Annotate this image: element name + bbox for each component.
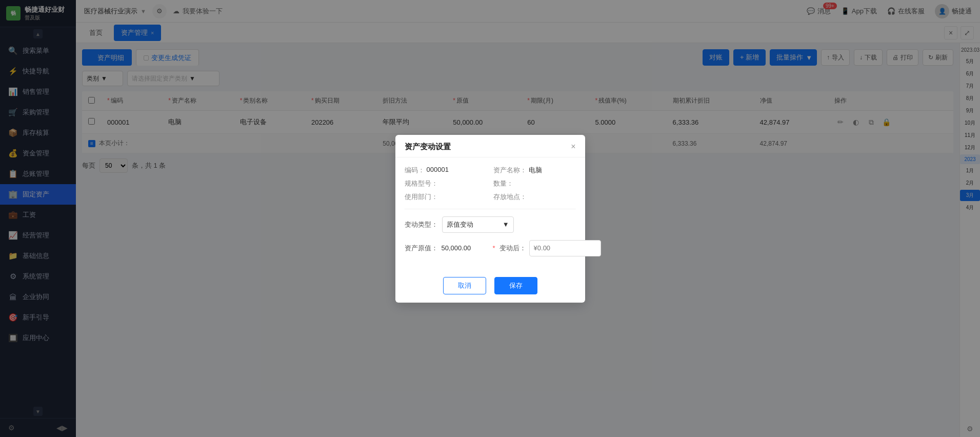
asset-name-label: 资产名称： [493, 166, 527, 175]
asset-change-modal: 资产变动设置 × 编码： 000001 资产名称： 电脑 规格型号： 数 [395, 135, 585, 303]
cancel-button[interactable]: 取消 [443, 277, 486, 294]
asset-name-value: 电脑 [529, 166, 542, 175]
modal-body: 编码： 000001 资产名称： 电脑 规格型号： 数量： 使用部门： [395, 157, 585, 272]
modal-info-dept: 使用部门： [405, 192, 487, 202]
location-label: 存放地点： [493, 192, 527, 202]
change-type-select[interactable]: 原值变动 ▼ [442, 216, 514, 233]
asset-value: 50,000.00 [442, 244, 483, 252]
required-star: * [493, 244, 495, 252]
dept-label: 使用部门： [405, 192, 438, 202]
change-type-chevron-icon: ▼ [503, 221, 509, 228]
modal-close-icon[interactable]: × [571, 142, 575, 151]
modal-title: 资产变动设置 [405, 142, 451, 152]
qty-label: 数量： [493, 179, 513, 188]
modal-info-spec: 规格型号： [405, 179, 487, 188]
change-type-row: 变动类型： 原值变动 ▼ [405, 216, 576, 233]
modal-footer: 取消 保存 [395, 272, 585, 303]
modal-header: 资产变动设置 × [395, 135, 585, 157]
change-type-label: 变动类型： [405, 220, 438, 229]
modal-info-location: 存放地点： [493, 192, 576, 202]
spec-label: 规格型号： [405, 179, 438, 188]
save-button[interactable]: 保存 [494, 277, 537, 294]
modal-info-qty: 数量： [493, 179, 576, 188]
asset-value-row: 资产原值： 50,000.00 * 变动后： [405, 240, 576, 256]
modal-overlay: 资产变动设置 × 编码： 000001 资产名称： 电脑 规格型号： 数 [0, 0, 980, 437]
after-label: 变动后： [499, 244, 525, 253]
modal-info-grid: 编码： 000001 资产名称： 电脑 规格型号： 数量： 使用部门： [405, 166, 576, 209]
after-value-input[interactable] [529, 240, 601, 256]
modal-info-code: 编码： 000001 [405, 166, 487, 175]
code-label: 编码： [405, 166, 425, 175]
code-value: 000001 [427, 166, 449, 175]
asset-value-label: 资产原值： [405, 244, 437, 253]
change-type-value: 原值变动 [447, 220, 473, 229]
modal-info-name: 资产名称： 电脑 [493, 166, 576, 175]
